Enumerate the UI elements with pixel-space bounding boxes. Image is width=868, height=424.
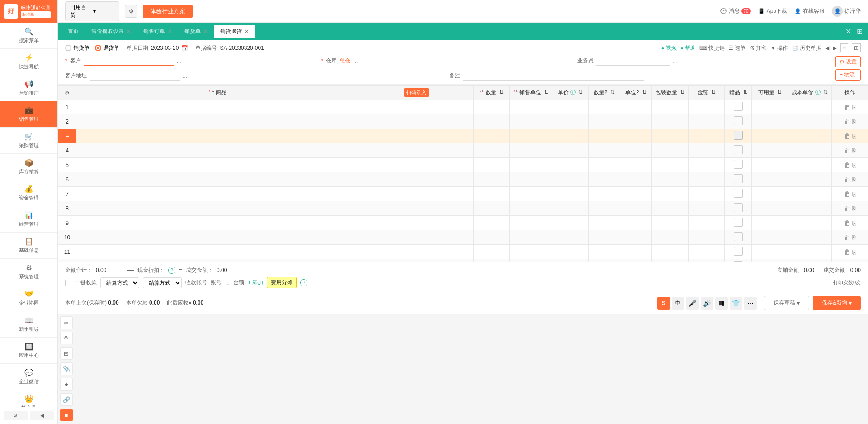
goods-input-3[interactable] xyxy=(80,133,355,139)
action-shortcut[interactable]: ⌨ 快捷键 xyxy=(699,44,725,52)
draft-chevron[interactable]: ▾ xyxy=(797,300,800,306)
pkgqty-cell-7[interactable] xyxy=(651,187,688,201)
gift-cell-8[interactable] xyxy=(725,201,752,216)
remark-input[interactable] xyxy=(463,71,644,81)
calculation-method-select[interactable]: 结算方式 xyxy=(143,277,182,288)
sidebar-item-inventory[interactable]: 📦 库存核算 xyxy=(0,154,57,180)
right-btn-edit[interactable]: ✏ xyxy=(60,316,73,329)
unit2-cell-10[interactable] xyxy=(620,230,651,245)
sidebar-item-wechat[interactable]: 💬 企业微信 xyxy=(0,364,57,390)
unit2-cell-1[interactable] xyxy=(620,100,651,114)
unit-cell-11[interactable] xyxy=(509,245,552,259)
goods-cell-9[interactable] xyxy=(76,216,359,230)
amount-cell-6[interactable] xyxy=(689,172,725,187)
delete-row-btn-8[interactable]: 🗑 xyxy=(844,205,850,212)
amount-cell-9[interactable] xyxy=(689,216,725,230)
delete-row-btn-6[interactable]: 🗑 xyxy=(844,176,850,183)
settlement-method-select[interactable]: 结算方式 xyxy=(100,277,139,288)
avail-cell-5[interactable] xyxy=(752,158,788,172)
gift-checkbox-10[interactable] xyxy=(734,232,743,241)
scan-input-btn[interactable]: 扫码录入 xyxy=(404,88,429,97)
qty2-cell-2[interactable] xyxy=(588,114,620,129)
action-help[interactable]: ● 帮助 xyxy=(680,44,696,52)
unit-cell-8[interactable] xyxy=(509,201,552,216)
goods-cell-6[interactable] xyxy=(76,172,359,187)
cost-cell-5[interactable] xyxy=(788,158,832,172)
gift-checkbox-9[interactable] xyxy=(734,218,743,227)
unit2-cell-11[interactable] xyxy=(620,245,651,259)
qty2-cell-1[interactable] xyxy=(588,100,620,114)
unit2-cell-2[interactable] xyxy=(620,114,651,129)
gift-cell-5[interactable] xyxy=(725,158,752,172)
gift-cell-7[interactable] xyxy=(725,187,752,201)
action-select[interactable]: ☰ 选单 xyxy=(728,44,745,52)
pkgqty-cell-10[interactable] xyxy=(651,230,688,245)
cost-cell-2[interactable] xyxy=(788,114,832,129)
amount-sort[interactable]: ⇅ xyxy=(711,89,716,95)
tab-sales-order-close[interactable]: ✕ xyxy=(168,29,172,34)
price-cell-11[interactable] xyxy=(552,245,588,259)
delete-row-btn-3[interactable]: 🗑 xyxy=(844,133,850,140)
sidebar-collapse-btn[interactable]: ◀ xyxy=(30,411,54,420)
col-header-gear[interactable]: ⚙ xyxy=(58,86,76,100)
copy-row-btn-1[interactable]: ⎘ xyxy=(852,104,856,111)
gift-cell-1[interactable] xyxy=(725,100,752,114)
fee-split-btn[interactable]: 费用分摊 xyxy=(267,277,297,288)
sidebar-item-sales[interactable]: 💼 销售管理 xyxy=(0,101,57,128)
one-click-checkbox[interactable] xyxy=(65,280,71,286)
col-header-scan[interactable]: 扫码录入 xyxy=(359,86,474,100)
sidebar-item-shortcuts[interactable]: ⚡ 快捷导航 xyxy=(0,49,57,75)
delete-row-btn-9[interactable]: 🗑 xyxy=(844,219,850,227)
unit-cell-3[interactable] xyxy=(509,129,552,143)
avail-sort[interactable]: ⇅ xyxy=(777,89,782,95)
gift-sort[interactable]: ⇅ xyxy=(743,89,747,95)
online-service-btn[interactable]: 👤 在线客服 xyxy=(794,7,825,15)
goods-cell-1[interactable] xyxy=(76,100,359,114)
fee-info-icon[interactable]: ? xyxy=(300,279,307,286)
salesperson-picker[interactable]: ... xyxy=(672,58,677,64)
pkgqty-cell-2[interactable] xyxy=(651,114,688,129)
sidebar-item-system[interactable]: ⚙ 系统管理 xyxy=(0,259,57,285)
view-toggle-grid[interactable]: ⊞ xyxy=(852,43,861,52)
right-btn-orange[interactable]: ■ xyxy=(60,409,73,421)
tab-sales-return[interactable]: 销货退货 ✕ xyxy=(214,25,255,38)
delete-row-btn-7[interactable]: 🗑 xyxy=(844,191,850,198)
tool-voice[interactable]: 🔊 xyxy=(701,297,713,310)
salesperson-input[interactable] xyxy=(596,56,670,66)
delete-row-btn-10[interactable]: 🗑 xyxy=(844,234,850,241)
goods-cell-8[interactable] xyxy=(76,201,359,216)
gift-cell-9[interactable] xyxy=(725,216,752,230)
tool-barcode[interactable]: ▦ xyxy=(715,297,728,310)
gift-cell-3[interactable] xyxy=(725,129,752,143)
unit-cell-7[interactable] xyxy=(509,187,552,201)
delete-row-btn-4[interactable]: 🗑 xyxy=(844,147,850,154)
price-cell-4[interactable] xyxy=(552,143,588,158)
sidebar-item-guide[interactable]: 📖 新手引导 xyxy=(0,311,57,338)
address-input[interactable] xyxy=(90,71,180,81)
trial-plan-button[interactable]: 体验行业方案 xyxy=(143,5,193,18)
qty2-cell-5[interactable] xyxy=(588,158,620,172)
qty2-cell-6[interactable] xyxy=(588,172,620,187)
unit-cell-5[interactable] xyxy=(509,158,552,172)
unit-cell-9[interactable] xyxy=(509,216,552,230)
radio-delivery[interactable]: 销货单 xyxy=(65,44,90,52)
qty-sort[interactable]: ⇅ xyxy=(499,89,504,95)
save-new-btn[interactable]: 保存&新增 ▾ xyxy=(813,296,861,310)
qty2-cell-4[interactable] xyxy=(588,143,620,158)
price-cell-7[interactable] xyxy=(552,187,588,201)
tab-price-setting[interactable]: 售价提取设置 ✕ xyxy=(85,25,137,38)
discount-info-icon[interactable]: ? xyxy=(168,267,175,274)
action-operate[interactable]: ▼ 操作 xyxy=(770,44,788,52)
goods-cell-11[interactable] xyxy=(76,245,359,259)
warehouse-picker[interactable]: ... xyxy=(353,58,358,64)
copy-row-btn-9[interactable]: ⎘ xyxy=(852,219,856,227)
qty-cell-4[interactable] xyxy=(473,143,509,158)
cost-cell-6[interactable] xyxy=(788,172,832,187)
gift-cell-2[interactable] xyxy=(725,114,752,129)
qty-cell-10[interactable] xyxy=(473,230,509,245)
avail-cell-8[interactable] xyxy=(752,201,788,216)
gift-checkbox-11[interactable] xyxy=(734,247,743,256)
amount-cell-8[interactable] xyxy=(689,201,725,216)
sidebar-item-finance[interactable]: 💰 资金管理 xyxy=(0,180,57,206)
customer-input[interactable] xyxy=(84,56,174,66)
